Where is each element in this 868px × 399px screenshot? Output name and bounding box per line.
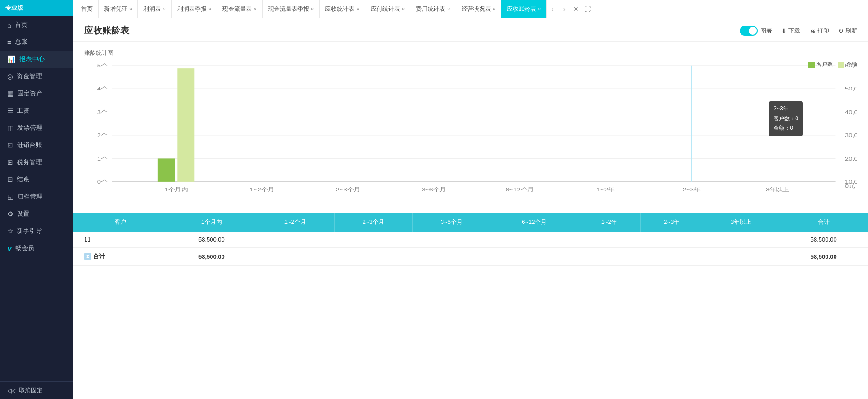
settings-icon: ⚙ — [7, 210, 13, 218]
svg-text:30,000.00元: 30,000.00元 — [845, 133, 857, 138]
legend-amount-color — [838, 62, 844, 68]
tab-prev-btn[interactable]: ‹ — [547, 3, 558, 15]
total-m5 — [491, 248, 578, 266]
refresh-icon: ↻ — [838, 27, 844, 34]
sidebar-item-label: 资金管理 — [17, 72, 42, 81]
svg-text:50,000.00元: 50,000.00元 — [845, 86, 857, 92]
col-customer: 客户 — [73, 213, 167, 232]
svg-text:2个: 2个 — [97, 133, 108, 138]
legend-customer-color — [808, 62, 815, 68]
tab-close-icon[interactable]: × — [311, 6, 314, 12]
chart-area: 账龄统计图 客户数 金额 5个 4个 — [73, 42, 868, 213]
tab-close-icon[interactable]: × — [356, 6, 359, 12]
page-title: 应收账龄表 — [84, 24, 129, 37]
tab-close-icon[interactable]: × — [208, 6, 211, 12]
invoice-icon: ◫ — [7, 124, 14, 132]
tab-close-icon[interactable]: × — [538, 6, 541, 12]
col-total: 合计 — [779, 213, 868, 232]
download-icon: ⬇ — [781, 27, 787, 34]
tab-ar-aging[interactable]: 应收账龄表 × — [501, 0, 547, 18]
sidebar-item-reports[interactable]: 📊 报表中心 — [0, 51, 73, 68]
sidebar-item-label: 首页 — [15, 21, 28, 29]
sidebar-item-assets[interactable]: ▦ 固定资产 — [0, 85, 73, 102]
sidebar-item-ledger[interactable]: ≡ 总账 — [0, 33, 73, 51]
sidebar-item-invoice[interactable]: ◫ 发票管理 — [0, 119, 73, 137]
chart-svg: 5个 4个 3个 2个 1个 0个 60,000.00元 50,000.00元 … — [84, 61, 857, 196]
total-m8 — [703, 248, 779, 266]
sidebar-item-guide[interactable]: ☆ 新手引导 — [0, 223, 73, 240]
tab-close-icon[interactable]: × — [254, 6, 256, 12]
tab-close-icon[interactable]: × — [163, 6, 165, 12]
tab-close-all-btn[interactable]: ✕ — [570, 3, 582, 15]
svg-text:1个月内: 1个月内 — [165, 187, 188, 193]
cell-m1: 58,500.00 — [167, 232, 256, 248]
legend-amount: 金额 — [838, 61, 857, 68]
tab-close-icon[interactable]: × — [447, 6, 450, 12]
tab-next-btn[interactable]: › — [558, 3, 570, 15]
sidebar-item-member[interactable]: V 畅会员 — [0, 240, 73, 257]
tab-ar-stats[interactable]: 应收统计表 × — [320, 0, 365, 18]
sidebar-item-closing[interactable]: ⊟ 结账 — [0, 171, 73, 188]
sidebar-item-settings[interactable]: ⚙ 设置 — [0, 205, 73, 223]
tab-expense-stats[interactable]: 费用统计表 × — [410, 0, 456, 18]
tab-profit[interactable]: 利润表 × — [138, 0, 171, 18]
tab-cashflow-quarterly[interactable]: 现金流量表季报 × — [263, 0, 320, 18]
tab-close-icon[interactable]: × — [402, 6, 405, 12]
archive-icon: ◱ — [7, 193, 14, 201]
purchase-icon: ⊡ — [7, 141, 13, 149]
chart-legend: 客户数 金额 — [808, 61, 857, 68]
total-total: 58,500.00 — [779, 248, 868, 266]
table-wrap: 客户 1个月内 1~2个月 2~3个月 3~6个月 6~12个月 1~2年 2~… — [73, 213, 868, 266]
guide-icon: ☆ — [7, 227, 13, 235]
sidebar-item-purchase[interactable]: ⊡ 进销台账 — [0, 137, 73, 154]
tab-close-icon[interactable]: × — [493, 6, 495, 12]
tab-profit-quarterly[interactable]: 利润表季报 × — [172, 0, 217, 18]
print-btn[interactable]: 🖨 打印 — [809, 27, 829, 35]
sidebar-item-funds[interactable]: ◎ 资金管理 — [0, 68, 73, 85]
svg-text:0个: 0个 — [97, 179, 108, 185]
chart-toggle-label: 图表 — [760, 27, 772, 35]
pin-label: 取消固定 — [19, 386, 42, 394]
sidebar-item-archive[interactable]: ◱ 归档管理 — [0, 188, 73, 205]
sidebar-item-tax[interactable]: ⊞ 税务管理 — [0, 154, 73, 171]
pin-toggle[interactable]: ◁◁ 取消固定 — [0, 381, 73, 399]
total-m1: 58,500.00 — [167, 248, 256, 266]
total-label: Σ 合计 — [73, 248, 167, 265]
tab-close-icon[interactable]: × — [129, 6, 132, 12]
cell-total: 58,500.00 — [779, 232, 868, 248]
sidebar-item-salary[interactable]: ☰ 工资 — [0, 102, 73, 119]
sidebar-item-label: 设置 — [17, 210, 29, 218]
ledger-icon: ≡ — [7, 38, 11, 46]
tab-ap-stats[interactable]: 应付统计表 × — [365, 0, 410, 18]
sidebar-item-home[interactable]: ⌂ 首页 — [0, 16, 73, 33]
col-m2: 1~2个月 — [256, 213, 334, 232]
main-area: 首页 新增凭证 × 利润表 × 利润表季报 × 现金流量表 × 现金流量表季报 … — [73, 0, 868, 399]
svg-text:4个: 4个 — [97, 86, 108, 92]
svg-rect-29 — [177, 68, 194, 182]
svg-text:3~6个月: 3~6个月 — [421, 187, 446, 193]
tab-expand-btn[interactable]: ⛶ — [582, 3, 594, 15]
col-m6: 1~2年 — [578, 213, 641, 232]
svg-text:5个: 5个 — [97, 62, 108, 68]
pin-icon: ◁◁ — [7, 387, 16, 394]
total-row: Σ 合计 58,500.00 58,500.00 — [73, 248, 868, 266]
tab-bar: 首页 新增凭证 × 利润表 × 利润表季报 × 现金流量表 × 现金流量表季报 … — [73, 0, 868, 18]
cell-m3 — [334, 232, 412, 248]
tab-cashflow[interactable]: 现金流量表 × — [217, 0, 262, 18]
refresh-btn[interactable]: ↻ 刷新 — [838, 27, 857, 35]
tab-new-voucher[interactable]: 新增凭证 × — [99, 0, 138, 18]
funds-icon: ◎ — [7, 72, 13, 81]
svg-text:40,000.00元: 40,000.00元 — [845, 109, 857, 115]
sidebar-item-label: 发票管理 — [17, 124, 42, 132]
download-btn[interactable]: ⬇ 下载 — [781, 27, 800, 35]
svg-text:20,000.00元: 20,000.00元 — [845, 156, 857, 162]
svg-text:1个: 1个 — [97, 156, 108, 162]
chart-toggle[interactable] — [740, 26, 758, 36]
tab-operations[interactable]: 经营状况表 × — [456, 0, 501, 18]
col-m3: 2~3个月 — [334, 213, 412, 232]
tab-home[interactable]: 首页 — [75, 0, 99, 18]
sidebar-item-label: 归档管理 — [17, 193, 42, 201]
home-icon: ⌂ — [7, 21, 11, 29]
svg-text:0元: 0元 — [845, 183, 855, 189]
sidebar-item-label: 结账 — [17, 176, 29, 184]
